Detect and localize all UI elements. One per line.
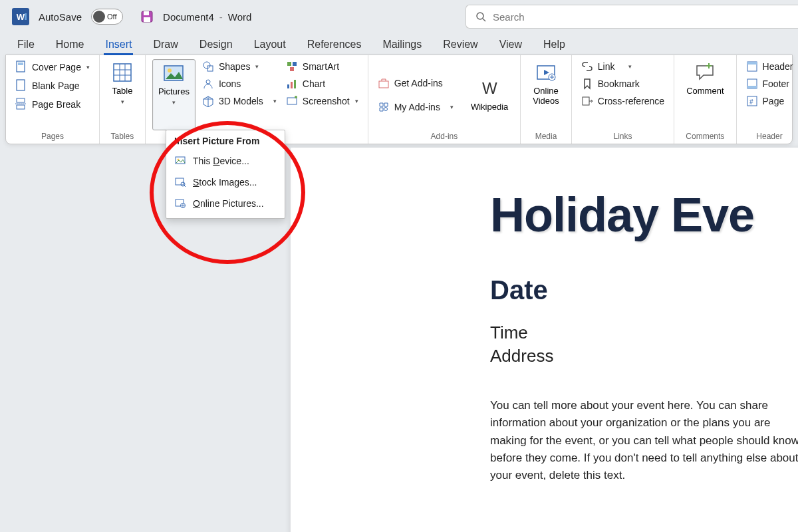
wikipedia-icon: W [479,78,500,99]
tab-review[interactable]: Review [442,37,479,55]
svg-point-28 [295,96,297,98]
search-icon [475,11,486,22]
svg-rect-40 [747,86,757,88]
footer-button[interactable]: Footer [743,76,796,91]
pictures-button[interactable]: Pictures ▾ [152,59,196,130]
video-icon [535,62,557,83]
cube-icon [202,95,214,107]
pictures-dropdown: Insert Picture From This Device... Stock… [166,130,285,219]
online-pictures-item[interactable]: Online Pictures... [166,193,285,214]
page-icon [15,61,27,74]
tab-help[interactable]: Help [542,37,567,55]
icons-icon [202,78,214,90]
group-label-media: Media [527,130,565,141]
title-bar: W AutoSave Off Document4-Word Search [0,0,798,33]
group-headerfooter: Header Footer # Page Header [737,55,798,144]
ribbon-tabs: File Home Insert Draw Design Layout Refe… [0,33,798,55]
bookmark-button[interactable]: Bookmark [579,76,667,91]
group-label-links: Links [579,130,667,141]
toggle-state: Off [107,13,116,21]
blank-page-icon [15,79,27,92]
tab-mailings[interactable]: Mailings [382,37,424,55]
shapes-button[interactable]: Shapes▾ [200,59,279,74]
3d-models-button[interactable]: 3D Models▾ [200,94,279,108]
smartart-button[interactable]: SmartArt [283,59,361,74]
smartart-icon [286,61,298,72]
addins-icon [378,101,390,113]
autosave-toggle[interactable]: Off [91,9,123,25]
this-device-item[interactable]: This Device... [166,150,285,172]
doc-heading-time[interactable]: Time [490,323,798,343]
wikipedia-button[interactable]: W Wikipedia [466,75,513,114]
tab-draw[interactable]: Draw [152,37,179,55]
svg-rect-22 [293,62,297,66]
document-page[interactable]: Holiday Eve Date Time Address You can te… [291,148,798,532]
stock-images-item[interactable]: Stock Images... [166,172,285,193]
search-box[interactable]: Search [466,5,798,29]
header-icon [746,61,758,72]
svg-rect-1 [144,11,149,15]
get-addins-button[interactable]: Get Add-ins [375,76,456,90]
my-addins-button[interactable]: My Add-ins▾ [375,100,456,114]
svg-rect-26 [294,80,296,88]
tab-insert[interactable]: Insert [104,37,133,55]
online-videos-button[interactable]: Online Videos [527,59,565,130]
page-number-button[interactable]: # Page [743,94,796,108]
tab-view[interactable]: View [498,37,523,55]
svg-rect-11 [114,64,131,81]
svg-rect-7 [17,80,25,90]
table-button[interactable]: Table ▾ [106,59,138,130]
store-icon [378,77,390,89]
svg-rect-27 [287,98,297,104]
svg-line-47 [184,186,186,187]
doc-heading-date[interactable]: Date [490,275,798,305]
icons-button[interactable]: Icons [200,76,279,91]
word-app-icon: W [12,8,29,25]
comment-button[interactable]: Comment [681,59,729,130]
svg-rect-8 [17,98,25,102]
toggle-knob [93,11,105,23]
tab-references[interactable]: References [306,37,363,55]
header-button[interactable]: Header [743,59,796,74]
autosave-label: AutoSave [39,11,82,23]
flyout-title: Insert Picture From [166,130,285,150]
link-icon [581,61,593,72]
doc-body-text[interactable]: You can tell more about your event here.… [490,397,798,485]
save-icon[interactable] [140,10,154,23]
shapes-icon [202,61,214,72]
svg-rect-34 [583,97,589,105]
group-links: Link▾ Bookmark Cross-reference Links [572,55,674,144]
svg-rect-6 [18,63,23,65]
doc-heading-address[interactable]: Address [490,346,798,366]
chart-button[interactable]: Chart [283,76,361,91]
group-pages: Cover Page▾ Blank Page Page Break Pages [6,55,100,144]
link-button[interactable]: Link▾ [579,59,667,74]
svg-point-17 [168,68,172,72]
bookmark-icon [581,78,593,90]
device-icon [174,155,186,167]
group-media: Online Videos Media [521,55,572,144]
page-break-button[interactable]: Page Break [13,96,92,112]
tab-design[interactable]: Design [198,37,234,55]
group-label-pages: Pages [13,130,92,141]
svg-line-4 [483,19,485,21]
group-label-addins: Add-ins [375,130,514,141]
tab-home[interactable]: Home [55,37,86,55]
screenshot-button[interactable]: Screenshot▾ [283,94,361,108]
doc-heading-1[interactable]: Holiday Eve [490,188,798,242]
blank-page-button[interactable]: Blank Page [13,78,92,94]
group-label-comments: Comments [681,130,729,141]
cross-reference-button[interactable]: Cross-reference [579,94,667,108]
tab-file[interactable]: File [16,37,36,55]
tab-layout[interactable]: Layout [253,37,287,55]
svg-rect-2 [144,17,150,22]
svg-rect-45 [176,178,184,185]
svg-point-3 [477,13,483,19]
chart-icon [286,78,298,90]
online-pic-icon [174,198,186,209]
page-break-icon [15,98,27,111]
crossref-icon [581,95,593,107]
svg-rect-29 [379,81,388,88]
comment-icon [694,62,716,83]
cover-page-button[interactable]: Cover Page▾ [13,59,92,75]
